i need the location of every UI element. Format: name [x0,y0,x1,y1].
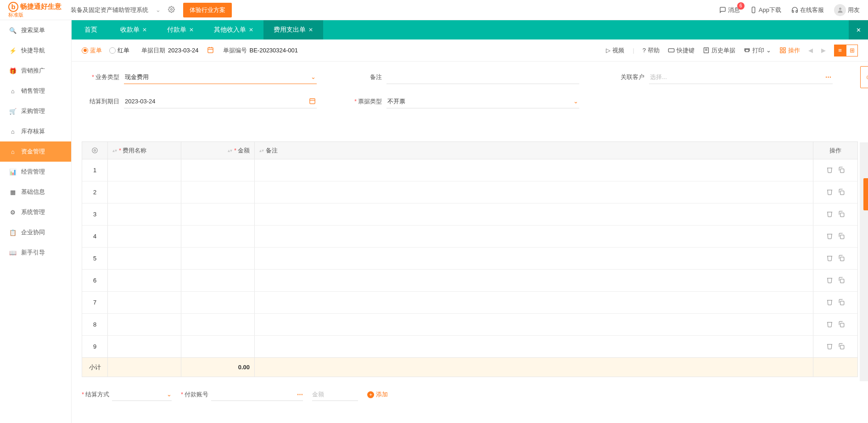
table-row[interactable]: 5 [82,248,857,270]
radio-red[interactable]: 红单 [109,46,129,55]
cell-name[interactable] [108,203,181,225]
settle-select[interactable]: ⌄ [112,388,172,401]
copy-icon[interactable] [838,232,845,241]
close-icon[interactable]: ✕ [142,27,147,33]
app-download-button[interactable]: App下载 [750,6,781,14]
sidebar-item-search[interactable]: 🔍搜索菜单 [0,20,71,40]
close-icon[interactable]: ✕ [249,27,253,33]
cell-name[interactable] [108,226,181,247]
cell-amount[interactable] [181,314,255,335]
cell-name[interactable] [108,181,181,203]
table-row[interactable]: 7 [82,292,857,314]
due-date-input[interactable]: 2023-03-24 [124,95,317,108]
copy-icon[interactable] [838,299,845,307]
delete-icon[interactable] [826,232,833,241]
cell-name[interactable] [108,270,181,291]
system-dropdown-icon[interactable]: ⌄ [153,6,163,13]
history-button[interactable]: 历史单据 [703,46,735,55]
cell-amount[interactable] [181,159,255,181]
table-row[interactable]: 6 [82,270,857,292]
print-button[interactable]: 打印 ⌄ [744,46,771,55]
cell-remark[interactable] [255,314,813,335]
cell-amount[interactable] [181,292,255,313]
table-row[interactable]: 4 [82,226,857,248]
view-mode-b[interactable]: ⊞ [846,45,858,56]
tab-2[interactable]: 付款单✕ [157,20,204,39]
cell-remark[interactable] [255,292,813,313]
shortcut-button[interactable]: 快捷键 [668,46,694,55]
operate-button[interactable]: 操作 [779,46,800,55]
copy-icon[interactable] [838,276,845,285]
table-row[interactable]: 9 [82,336,857,357]
delete-icon[interactable] [826,254,833,263]
cell-name[interactable] [108,248,181,269]
copy-icon[interactable] [838,210,845,219]
table-row[interactable]: 2 [82,181,857,203]
next-icon[interactable]: ▶ [821,47,826,54]
delete-icon[interactable] [826,343,833,351]
help-button[interactable]: ? 帮助 [643,46,660,55]
cell-amount[interactable] [181,226,255,247]
copy-icon[interactable] [838,343,845,351]
radio-blue[interactable]: 蓝单 [82,46,102,55]
tab-0[interactable]: 首页 [72,20,110,39]
cell-amount[interactable] [181,270,255,291]
header-remark[interactable]: ▴▾ 备注 [255,142,813,159]
header-name[interactable]: ▴▾ 费用名称 [108,142,181,159]
cell-amount[interactable] [181,181,255,203]
cell-name[interactable] [108,292,181,313]
sidebar-item-corp[interactable]: 📋企业协同 [0,222,71,243]
tab-1[interactable]: 收款单✕ [110,20,157,39]
close-icon[interactable]: ✕ [189,27,194,33]
cell-name[interactable] [108,159,181,181]
cell-amount[interactable] [181,248,255,269]
header-amount[interactable]: ▴▾ 金额 [181,142,255,159]
cell-remark[interactable] [255,336,813,357]
online-service-button[interactable]: 在线客服 [791,6,824,14]
cell-name[interactable] [108,314,181,335]
business-type-select[interactable]: 现金费用 ⌄ [124,70,317,84]
sidebar-item-sale[interactable]: ⌂销售管理 [0,81,71,101]
cell-remark[interactable] [255,203,813,225]
cell-remark[interactable] [255,248,813,269]
calendar-icon[interactable] [207,46,214,55]
sidebar-item-biz[interactable]: 📊经营管理 [0,162,71,182]
tab-bar-close[interactable]: ✕ [849,20,868,39]
view-mode-a[interactable]: ≡ [834,45,846,56]
account-select[interactable]: ⋯ [211,388,303,401]
tab-3[interactable]: 其他收入单✕ [204,20,263,39]
doc-date-value[interactable]: 2023-03-24 [168,47,199,54]
sidebar-item-nav[interactable]: ⚡快捷导航 [0,40,71,61]
sidebar-item-info[interactable]: ▦基础信息 [0,182,71,202]
experience-button[interactable]: 体验行业方案 [183,3,232,17]
amount-input[interactable]: 金额 [312,388,358,401]
copy-icon[interactable] [838,321,845,329]
video-button[interactable]: ▷ 视频 [606,46,624,55]
delete-icon[interactable] [826,188,833,197]
cell-name[interactable] [108,336,181,357]
prev-icon[interactable]: ◀ [808,47,813,54]
remark-input[interactable] [386,70,579,84]
cell-amount[interactable] [181,336,255,357]
sidebar-item-cart[interactable]: 🛒采购管理 [0,101,71,121]
delete-icon[interactable] [826,299,833,307]
cell-remark[interactable] [255,270,813,291]
close-icon[interactable]: ✕ [308,27,313,33]
add-button[interactable]: + 添加 [367,390,388,399]
copy-icon[interactable] [838,254,845,263]
sidebar-item-stock[interactable]: ⌂库存核算 [0,121,71,141]
messages-button[interactable]: 消息 6 [719,6,740,14]
sidebar-item-fund[interactable]: ⌂资金管理 [0,141,71,162]
user-menu[interactable]: 用友 [834,4,860,16]
table-row[interactable]: 1 [82,159,857,181]
settings-button[interactable]: 设置 [860,66,868,88]
table-row[interactable]: 8 [82,314,857,336]
cell-amount[interactable] [181,203,255,225]
delete-icon[interactable] [826,321,833,329]
side-handle[interactable] [863,178,868,210]
delete-icon[interactable] [826,210,833,219]
copy-icon[interactable] [838,188,845,197]
table-row[interactable]: 3 [82,203,857,226]
tab-4[interactable]: 费用支出单✕ [263,20,323,39]
invoice-type-select[interactable]: 不开票 ⌄ [386,95,579,108]
